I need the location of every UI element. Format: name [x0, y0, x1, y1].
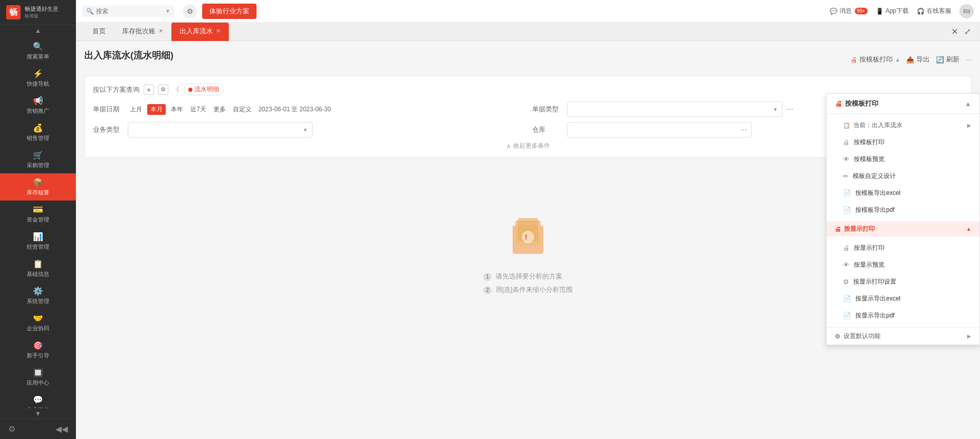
sidebar-logo: 畅 畅捷通好生意 标准版: [0, 0, 76, 25]
date-opt-this-month[interactable]: 本月: [147, 104, 166, 115]
tab-flow[interactable]: 出入库流水 ✕: [171, 23, 229, 41]
sidebar-item-search[interactable]: 🔍 搜索菜单: [0, 37, 76, 65]
app-download-label: App下载: [886, 7, 909, 15]
sidebar-item-appcenter[interactable]: 🔲 应用中心: [0, 364, 76, 391]
search-icon: 🔍: [33, 42, 43, 51]
template-excel-label: 按模板导出excel: [855, 189, 900, 197]
user-avatar[interactable]: Rit: [959, 4, 974, 18]
messages-label: 消息: [839, 7, 852, 15]
display-preview-icon: 👁: [843, 261, 850, 269]
filter-add-button[interactable]: +: [144, 85, 154, 95]
operation-icon: 📊: [33, 232, 43, 242]
tab-batch[interactable]: 库存批次账 ✕: [114, 23, 171, 41]
warehouse-select[interactable]: ···: [567, 122, 752, 137]
tab-flow-close[interactable]: ✕: [216, 28, 221, 34]
sidebar-item-system[interactable]: ⚙️ 系统管理: [0, 282, 76, 309]
dropdown-template-print[interactable]: 🖨 按模板打印: [827, 134, 979, 151]
collapse-button[interactable]: ∧ 收起更多条件: [506, 142, 550, 150]
display-pdf-icon: 📄: [843, 312, 851, 320]
date-opt-last7[interactable]: 近7天: [188, 104, 208, 115]
sidebar-item-coop[interactable]: 🤝 企业协同: [0, 309, 76, 336]
biz-type-field: 业务类型 ▼: [93, 122, 524, 137]
date-opt-more[interactable]: 更多: [211, 104, 228, 115]
sidebar-item-basic[interactable]: 📋 基础信息: [0, 255, 76, 282]
filter-tag-badge[interactable]: 流水明细: [184, 84, 224, 95]
filter-badge-dot: [188, 88, 192, 92]
dropdown-template-custom[interactable]: ✏ 模板自定义设计: [827, 168, 979, 185]
dropdown-collapse-icon[interactable]: ▲: [965, 100, 971, 108]
sidebar-item-finance[interactable]: 💳 资金管理: [0, 201, 76, 228]
sidebar-item-marketing[interactable]: 📢 营销推广: [0, 92, 76, 119]
sidebar-item-label: 经营管理: [27, 243, 49, 251]
tabs-bar-right: ✕ ⤢: [950, 26, 972, 37]
sidebar-item-label: 新手引导: [27, 352, 49, 360]
sidebar-item-operation[interactable]: 📊 经营管理: [0, 228, 76, 255]
dropdown-template-preview[interactable]: 👁 按模板预览: [827, 151, 979, 168]
template-print-button[interactable]: 🖨 按模板打印 ▲: [851, 55, 900, 64]
sidebar-scroll-down[interactable]: ▼: [0, 408, 76, 418]
tab-close-all-icon[interactable]: ✕: [950, 26, 959, 37]
sidebar-item-guide[interactable]: 🎯 新手引导: [0, 336, 76, 364]
dropdown-header-label: 按模板打印: [845, 99, 878, 108]
more-actions-icon[interactable]: ···: [966, 55, 972, 64]
sidebar-item-quicknav[interactable]: ⚡ 快捷导航: [0, 65, 76, 92]
dropdown-section-display: 🖨 按显示打印 👁 按显示预览 ⚙ 按显示打印设置 📄 按显示导出excel 📄: [827, 236, 979, 327]
sidebar-item-inventory[interactable]: 📦 库存核算: [0, 173, 76, 201]
search-dropdown-icon[interactable]: ▼: [165, 8, 170, 14]
refresh-button[interactable]: 🔄 刷新: [936, 55, 959, 64]
collapse-label: 收起更多条件: [513, 142, 550, 150]
dropdown-display-excel[interactable]: 📄 按显示导出excel: [827, 290, 979, 307]
page-title: 出入库流水(流水明细): [84, 49, 173, 62]
collapse-up-icon: ∧: [506, 143, 511, 150]
export-icon: 📤: [906, 56, 914, 64]
display-section-header[interactable]: 🖨 按显示打印 ▲: [827, 222, 979, 236]
dropdown-display-print[interactable]: 🖨 按显示打印: [827, 240, 979, 256]
tab-batch-close[interactable]: ✕: [159, 28, 163, 34]
tab-expand-icon[interactable]: ⤢: [963, 26, 972, 37]
sidebar-item-purchase[interactable]: 🛒 采购管理: [0, 146, 76, 173]
warehouse-more-icon[interactable]: ···: [740, 125, 747, 134]
date-range-display: 2023-06-01 至 2023-06-30: [259, 105, 331, 114]
sidebar-item-sales[interactable]: 💰 销售管理: [0, 119, 76, 146]
template-print-icon: 🖨: [843, 138, 850, 146]
sidebar-item-wechat[interactable]: 💬 企业微信: [0, 391, 76, 408]
doc-type-select[interactable]: ▼: [567, 102, 782, 117]
date-opt-last-month[interactable]: 上月: [128, 104, 144, 115]
dropdown-display-pdf[interactable]: 📄 按显示导出pdf: [827, 307, 979, 324]
dropdown-display-settings[interactable]: ⚙ 按显示打印设置: [827, 273, 979, 290]
dropdown-footer[interactable]: ⚙ 设置默认功能 ▶: [827, 327, 979, 345]
logo-icon: 畅: [6, 5, 21, 19]
dropdown-template-pdf[interactable]: 📄 按模板导出pdf: [827, 202, 979, 218]
dropdown-display-preview[interactable]: 👁 按显示预览: [827, 256, 979, 273]
tip2-num: 2: [483, 286, 492, 294]
display-section-collapse-icon: ▲: [966, 226, 971, 232]
export-label: 导出: [916, 55, 930, 64]
export-button[interactable]: 📤 导出: [906, 55, 930, 64]
topbar: 🔍 ▼ ⚙ 体验行业方案 💬 消息 99+ 📱 App下载 🎧 在线客服: [76, 0, 980, 23]
footer-label: 设置默认功能: [844, 332, 880, 341]
date-opt-this-year[interactable]: 本年: [169, 104, 185, 115]
trial-button[interactable]: 体验行业方案: [202, 4, 257, 19]
settings-icon[interactable]: ⚙: [8, 424, 15, 434]
filter-collapse-icon[interactable]: 《: [172, 85, 180, 94]
date-field: 单据日期 上月 本月 本年 近7天 更多 自定义 2023-06-01 至 20…: [93, 104, 524, 115]
dropdown-template-excel[interactable]: 📄 按模板导出excel: [827, 185, 979, 202]
purchase-icon: 🛒: [33, 150, 43, 160]
messages-button[interactable]: 💬 消息 99+: [830, 7, 868, 15]
sidebar-item-label: 系统管理: [27, 297, 49, 305]
doc-type-more-icon[interactable]: ···: [787, 105, 793, 114]
date-opt-custom[interactable]: 自定义: [231, 104, 253, 115]
sidebar-scroll-up[interactable]: ▲: [0, 25, 76, 35]
messages-badge: 99+: [855, 8, 868, 14]
customer-service-button[interactable]: 🎧 在线客服: [917, 7, 951, 15]
biz-type-select[interactable]: ▼: [128, 122, 312, 137]
tab-flow-label: 出入库流水: [180, 27, 213, 36]
app-download-button[interactable]: 📱 App下载: [876, 7, 909, 15]
search-input[interactable]: [96, 8, 163, 15]
filter-settings-button[interactable]: ⚙: [158, 85, 168, 95]
dropdown-current-item[interactable]: 📋 当前：出入库流水 ▶: [827, 117, 979, 134]
tab-home[interactable]: 首页: [84, 23, 114, 41]
gear-button[interactable]: ⚙: [183, 4, 197, 18]
collapse-sidebar-icon[interactable]: ◀◀: [55, 424, 68, 434]
filter-badge-label: 流水明细: [194, 85, 219, 94]
